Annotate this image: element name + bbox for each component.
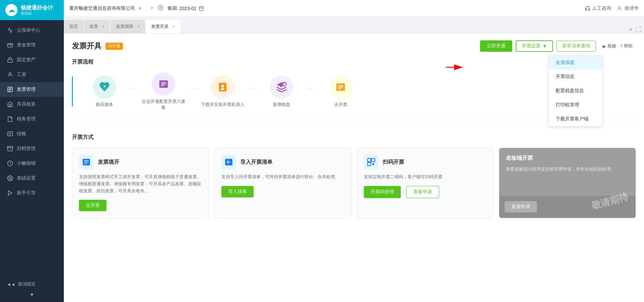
sidebar-item-fixed-assets[interactable]: 固定资产 <box>0 52 64 67</box>
logo-title: 畅捷通好会计 <box>21 4 53 11</box>
sidebar-item-guide[interactable]: 新手引导 <box>0 186 64 200</box>
tab-invoice[interactable]: 发票 × <box>84 20 110 33</box>
method-manual-goto-btn[interactable]: 去开票 <box>79 200 106 211</box>
flow-step-1: 购买服务 <box>81 75 128 108</box>
svg-rect-27 <box>372 158 375 162</box>
svg-text:税: 税 <box>283 83 287 86</box>
svg-rect-26 <box>368 158 371 162</box>
cloud-report-icon <box>7 27 13 34</box>
invoice-settings-btn[interactable]: 开票设置 ▼ <box>516 40 553 52</box>
flow-step-5-icon <box>329 75 352 99</box>
method-scan-desc: 支持定制开票二维码，客户端可扫码开票 <box>364 174 487 181</box>
sidebar-label-payroll: 工资 <box>17 72 26 78</box>
sidebar-item-settle[interactable]: 结账 <box>0 126 64 141</box>
method-import-desc: 支持导入待开票清单，可对待开票清单进行拆分、合并处理。 <box>221 174 344 181</box>
tab-invoice-tool-close[interactable]: × <box>173 24 175 29</box>
sidebar-item-tax[interactable]: 税务管理 <box>0 112 64 126</box>
svg-rect-1 <box>8 60 12 63</box>
user-btn[interactable]: 徐泽华 <box>616 5 639 11</box>
dropdown-printer[interactable]: 打印机管理 <box>549 98 602 112</box>
flow-step-4: 税 新增税盘 <box>258 75 305 108</box>
sidebar-item-archive[interactable]: 归档管理 <box>0 141 64 156</box>
consultant-btn[interactable]: 人工咨询 <box>585 5 611 11</box>
page-header: 发票开具 待开通 立即开通 开票设置 ▼ 企业信息 <box>64 34 644 57</box>
svg-rect-5 <box>7 146 13 148</box>
settings-gear-icon[interactable] <box>158 5 164 12</box>
company-selector[interactable]: 重庆畅捷交通信息咨询有限公司 ▼ <box>69 5 142 11</box>
tab-invoice-close[interactable]: × <box>102 24 104 29</box>
sidebar-item-settings[interactable]: 基础设置 <box>0 171 64 186</box>
cancel-fixed-btn[interactable]: ◄◄ 取消固定 <box>0 278 64 290</box>
period-label: 账期 <box>168 5 177 11</box>
guide-icon <box>7 190 13 196</box>
method-import-btn[interactable]: 导入清单 <box>221 186 254 197</box>
dropdown-tax-disk[interactable]: 配置税盘信息 <box>549 84 602 98</box>
consultant-label: 人工咨询 <box>592 5 611 11</box>
fixed-assets-icon <box>7 56 13 63</box>
tab-invoice-calc[interactable]: 发票测算 × <box>111 20 145 33</box>
inventory-icon <box>7 101 13 108</box>
content-area: 发票开具 待开通 立即开通 开票设置 ▼ 企业信息 <box>64 34 644 302</box>
video-label[interactable]: 视频 <box>607 43 616 49</box>
sidebar-item-cloud-report[interactable]: 云报表中心 <box>0 23 64 38</box>
logo-icon: ☁ <box>5 4 17 16</box>
dropdown-invoice-info-label: 开票信息 <box>556 74 574 79</box>
tab-home[interactable]: 首页 <box>64 20 83 33</box>
user-avatar-icon <box>616 5 622 11</box>
top-bar: 重庆畅捷交通信息咨询有限公司 ▼ + 账期 2023-01 人工咨询 徐泽华 <box>64 0 644 17</box>
tab-invoice-calc-close[interactable]: × <box>137 24 140 29</box>
company-name: 重庆畅捷交通信息咨询有限公司 <box>69 5 135 11</box>
maximize-btn[interactable]: ⛶ <box>635 26 641 33</box>
flow-arrow-4: · · · <box>306 84 316 92</box>
svg-point-20 <box>221 85 224 87</box>
add-company-btn[interactable]: + <box>150 5 154 12</box>
cancel-fixed-icon: ◄◄ <box>7 282 15 287</box>
method-boss-btn-area: 查看申请 <box>499 196 636 218</box>
method-manual-icon <box>79 155 94 169</box>
settle-icon <box>7 130 13 137</box>
dropdown-invoice-info[interactable]: 开票信息 <box>549 70 602 84</box>
sidebar-item-invoice[interactable]: 发票管理 <box>0 82 64 97</box>
company-dropdown-arrow: ▼ <box>138 6 142 11</box>
period-value: 2023-01 <box>179 6 196 11</box>
abnormal-list-btn[interactable]: 异常清单查询 <box>556 41 596 51</box>
dropdown-company-info-label: 企业信息 <box>556 60 574 65</box>
method-scan-btns: 开票码管理 查看申请 <box>364 186 487 198</box>
sidebar-item-report-mini[interactable]: 小畅报销 <box>0 156 64 171</box>
page-status-badge: 待开通 <box>105 43 123 50</box>
svg-point-2 <box>9 73 11 75</box>
flow-step-3: 下载并安装开票机器人 <box>199 75 246 108</box>
scroll-down-arrow[interactable]: ▼ <box>0 290 64 299</box>
sidebar-item-inventory[interactable]: 库存核算 <box>0 97 64 112</box>
flow-step-2-icon <box>152 72 175 96</box>
headphone-icon <box>585 6 590 11</box>
method-scan-view-btn[interactable]: 查看申请 <box>406 186 439 198</box>
dropdown-download-client[interactable]: 下载开票客户端 <box>549 112 602 126</box>
method-boss-title: 老板端开票 <box>506 155 533 162</box>
period-display[interactable]: 账期 2023-01 <box>168 5 204 11</box>
page-title: 发票开具 <box>72 41 101 51</box>
flow-step-5-label: 去开票 <box>334 102 347 108</box>
dropdown-printer-label: 打印机管理 <box>556 102 579 107</box>
sidebar-item-fund[interactable]: 资金管理 <box>0 38 64 52</box>
tab-invoice-tool-label: 发票开具 <box>151 24 169 30</box>
close-all-tabs-btn[interactable]: × <box>629 26 633 33</box>
sidebar-label-settle: 结账 <box>17 131 26 137</box>
open-now-btn[interactable]: 立即开通 <box>480 40 512 52</box>
settings-icon <box>7 175 13 182</box>
dropdown-tax-disk-label: 配置税盘信息 <box>556 88 584 93</box>
tab-invoice-tool[interactable]: 发票开具 × <box>146 20 180 33</box>
method-boss-view-btn[interactable]: 查看申请 <box>505 201 537 213</box>
method-import-title: 导入开票清单 <box>240 159 272 166</box>
svg-rect-11 <box>199 6 203 10</box>
help-label[interactable]: 帮助 <box>624 43 633 49</box>
tab-invoice-label: 发票 <box>89 24 98 30</box>
method-cards-grid: 发票填开 支持按照发票样式手工填开发票；可开具增值税电子普通发票、增值税普通发票… <box>72 148 636 218</box>
tab-invoice-calc-label: 发票测算 <box>116 24 133 30</box>
sidebar-item-payroll[interactable]: 工资 <box>0 67 64 82</box>
dropdown-company-info[interactable]: 企业信息 <box>549 55 602 70</box>
method-section-title: 开票方式 <box>72 133 636 141</box>
method-scan-qr-btn[interactable]: 开票码管理 <box>364 186 401 198</box>
settings-dropdown-chevron: ▼ <box>543 43 547 49</box>
page-title-group: 发票开具 待开通 <box>72 41 123 51</box>
